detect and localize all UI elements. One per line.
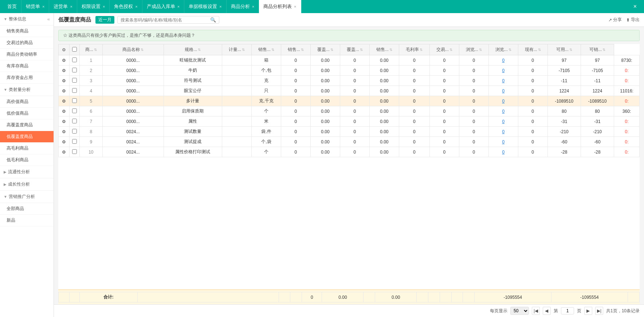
row-select-checkbox[interactable] xyxy=(72,78,77,83)
nav-permission[interactable]: 权限设置 × xyxy=(77,0,110,13)
row-view1[interactable]: 0 xyxy=(488,86,518,96)
row-select-checkbox[interactable] xyxy=(72,98,77,103)
nav-product-analysis[interactable]: 商品分析 × xyxy=(227,0,259,13)
cov1-col-header[interactable]: 覆盖...⇅ xyxy=(310,44,340,55)
row-checkbox[interactable] xyxy=(70,106,80,116)
sidebar-item-new-goods[interactable]: 新品 xyxy=(0,215,54,226)
settings-col-header[interactable]: ⚙ xyxy=(59,44,70,55)
sidebar-item-high-margin[interactable]: 高毛利商品 xyxy=(0,143,54,154)
row-select-checkbox[interactable] xyxy=(72,149,77,154)
row-view1[interactable]: 0 xyxy=(488,116,518,127)
close-all-button[interactable]: × xyxy=(629,3,641,10)
row-settings[interactable]: ⚙ xyxy=(59,55,70,66)
unit-col-header[interactable]: 计量...⇅ xyxy=(222,44,252,55)
nav-product-inbound[interactable]: 产成品入库单 × xyxy=(142,0,184,13)
sidebar-item-in-stock[interactable]: 有库存商品 xyxy=(0,60,54,72)
row-view1[interactable]: 0 xyxy=(488,76,518,86)
cov2-col-header[interactable]: 覆盖...⇅ xyxy=(340,44,369,55)
sidebar-item-high-value[interactable]: 高价值商品 xyxy=(0,96,54,108)
sidebar-item-capital[interactable]: 库存资金占用 xyxy=(0,72,54,84)
row-checkbox[interactable] xyxy=(70,86,80,96)
row-settings[interactable]: ⚙ xyxy=(59,106,70,116)
view1-link[interactable]: 0 xyxy=(502,119,504,124)
share-button[interactable]: ↗ 分享 xyxy=(608,17,622,23)
row-settings[interactable]: ⚙ xyxy=(59,127,70,137)
row-settings[interactable]: ⚙ xyxy=(59,66,70,76)
trade-col-header[interactable]: 交易...⇅ xyxy=(429,44,459,55)
page-input[interactable] xyxy=(561,307,574,314)
collapse-sidebar-icon[interactable]: « xyxy=(47,16,50,22)
row-view1[interactable]: 0 xyxy=(488,106,518,116)
sidebar-section-flow[interactable]: ▶ 流通性分析 xyxy=(0,166,54,178)
search-icon[interactable]: 🔍 xyxy=(210,17,216,23)
sidebar-item-category-rate[interactable]: 商品分类动销率 xyxy=(0,49,54,60)
row-select-checkbox[interactable] xyxy=(72,129,77,134)
row-select-checkbox[interactable] xyxy=(72,108,77,113)
sidebar-item-low-coverage[interactable]: 低覆盖度商品 xyxy=(0,131,54,143)
nav-sales-order-close[interactable]: × xyxy=(42,4,44,9)
view1-link[interactable]: 0 xyxy=(502,78,504,83)
view1-link[interactable]: 0 xyxy=(502,68,504,73)
row-view1[interactable]: 0 xyxy=(488,137,518,147)
row-select-checkbox[interactable] xyxy=(72,119,77,123)
sidebar-section-growth[interactable]: ▶ 成长性分析 xyxy=(0,178,54,191)
row-view1[interactable]: 0 xyxy=(488,96,518,106)
sidebar-item-all-goods[interactable]: 全部商品 xyxy=(0,203,54,215)
row-settings[interactable]: ⚙ xyxy=(59,137,70,147)
next-page-button[interactable]: ▶ xyxy=(584,307,592,315)
row-settings[interactable]: ⚙ xyxy=(59,86,70,96)
nav-purchase-order-close[interactable]: × xyxy=(70,4,72,9)
row-checkbox[interactable] xyxy=(70,137,80,147)
row-settings[interactable]: ⚙ xyxy=(59,116,70,127)
sidebar-section-marketing[interactable]: ▼ 营销推广分析 xyxy=(0,191,54,203)
row-settings[interactable]: ⚙ xyxy=(59,76,70,86)
sales-amt-col-header[interactable]: 销售...⇅ xyxy=(281,44,310,55)
view2-col-header[interactable]: 浏览...⇅ xyxy=(488,44,518,55)
row-view1[interactable]: 0 xyxy=(488,55,518,66)
nav-template-settings[interactable]: 单据模板设置 × xyxy=(184,0,226,13)
view1-link[interactable]: 0 xyxy=(502,150,504,155)
row-checkbox[interactable] xyxy=(70,116,80,127)
spec-col-header[interactable]: 规格...⇅ xyxy=(164,44,222,55)
sellable-col-header[interactable]: 可销...⇅ xyxy=(581,44,614,55)
row-view1[interactable]: 0 xyxy=(488,147,518,157)
current-col-header[interactable]: 现有...⇅ xyxy=(518,44,547,55)
view1-link[interactable]: 0 xyxy=(502,129,504,134)
prev-page-button[interactable]: ◀ xyxy=(543,307,551,315)
nav-role-auth[interactable]: 角色授权 × xyxy=(110,0,142,13)
row-checkbox[interactable] xyxy=(70,127,80,137)
nav-purchase-order[interactable]: 进货单 × xyxy=(49,0,77,13)
view1-link[interactable]: 0 xyxy=(502,139,504,144)
row-select-checkbox[interactable] xyxy=(72,68,77,72)
search-input[interactable] xyxy=(121,17,210,23)
nav-sales-order[interactable]: 销货单 × xyxy=(21,0,49,13)
sidebar-item-low-margin[interactable]: 低毛利商品 xyxy=(0,154,54,166)
sidebar-item-sales-goods[interactable]: 销售类商品 xyxy=(0,25,54,37)
last-page-button[interactable]: ▶| xyxy=(595,307,603,315)
nav-role-auth-close[interactable]: × xyxy=(135,4,137,9)
row-checkbox[interactable] xyxy=(70,66,80,76)
sidebar-item-high-coverage[interactable]: 高覆盖度商品 xyxy=(0,119,54,131)
sidebar-section-coverage[interactable]: ▼ 类射量分析 xyxy=(0,84,54,96)
row-view1[interactable]: 0 xyxy=(488,66,518,76)
view1-link[interactable]: 0 xyxy=(502,58,504,63)
row-checkbox[interactable] xyxy=(70,76,80,86)
sales-qty-col-header[interactable]: 销售...⇅ xyxy=(251,44,281,55)
nav-home[interactable]: 首页 xyxy=(3,0,21,13)
select-all-checkbox[interactable] xyxy=(72,47,77,52)
code-col-header[interactable]: 商...⇅ xyxy=(80,44,103,55)
view1-link[interactable]: 0 xyxy=(502,109,504,114)
first-page-button[interactable]: |◀ xyxy=(532,307,540,315)
view1-link[interactable]: 0 xyxy=(502,99,504,104)
row-view1[interactable]: 0 xyxy=(488,127,518,137)
row-select-checkbox[interactable] xyxy=(72,139,77,144)
sidebar-item-low-value[interactable]: 低价值商品 xyxy=(0,108,54,119)
nav-permission-close[interactable]: × xyxy=(103,4,105,9)
margin-col-header[interactable]: 毛利率⇅ xyxy=(399,44,429,55)
nav-product-analysis-list-close[interactable]: × xyxy=(294,4,296,9)
sidebar-section-overall[interactable]: ▼ 整体信息 « xyxy=(0,13,54,25)
view1-col-header[interactable]: 浏览...⇅ xyxy=(459,44,488,55)
sales3-col-header[interactable]: 销售...⇅ xyxy=(369,44,399,55)
sidebar-item-traded-goods[interactable]: 交易过的商品 xyxy=(0,37,54,49)
per-page-select[interactable]: 50 100 200 xyxy=(510,307,529,315)
